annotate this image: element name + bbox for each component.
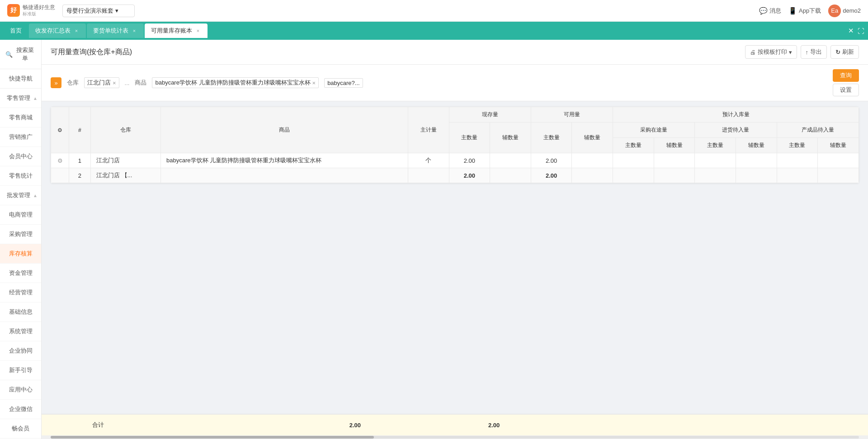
warehouse-filter-label: 仓库	[67, 79, 79, 87]
sidebar-item-operations[interactable]: 经营管理	[0, 283, 41, 302]
row-current-aux	[490, 153, 531, 168]
company-selector[interactable]: 母婴行业演示账套	[62, 5, 135, 17]
main-layout: 搜索菜单 快捷导航 零售管理 ▲ 零售商城 营销推广 会员中心 零售统计 批发管…	[0, 40, 868, 439]
tab-available-stock[interactable]: 可用量库存账本	[145, 24, 208, 38]
expand-icon: »	[54, 80, 57, 86]
row-purchase-main	[613, 168, 654, 183]
filter-expand-button[interactable]: »	[51, 77, 61, 88]
sidebar-item-retail-statistics[interactable]: 零售统计	[0, 166, 41, 186]
summary-label: 合计	[87, 418, 141, 432]
summary-empty-product	[141, 418, 277, 432]
refresh-icon	[835, 49, 840, 56]
row-index: 1	[69, 153, 91, 168]
table-row: ⚙ 1 江北门店 babycare学饮杯 儿童防摔防撞吸管杯重力球吸嘴杯宝宝水杯…	[51, 153, 859, 168]
print-button[interactable]: 按模板打印	[745, 45, 797, 59]
logo-text: 畅捷通好生意	[23, 4, 55, 10]
product-tag-close[interactable]	[312, 80, 316, 86]
filter-more-icon[interactable]: ...	[125, 80, 130, 86]
quick-nav-button[interactable]: 快捷导航	[4, 72, 38, 85]
search-icon	[5, 51, 13, 58]
current-stock-header: 现存量	[449, 107, 531, 123]
sidebar-item-app-center[interactable]: 应用中心	[0, 380, 41, 400]
available-header: 可用量	[531, 107, 613, 123]
summary-bar: 合计 2.00 2.00	[42, 414, 868, 435]
product-tag-2: babycare?...	[324, 78, 363, 88]
current-aux-header: 辅数量	[490, 123, 531, 153]
serial-header: #	[69, 107, 91, 153]
search-menu-button[interactable]: 搜索菜单	[4, 44, 38, 64]
sidebar-item-enterprise-collab[interactable]: 企业协同	[0, 341, 41, 361]
fullscreen-icon[interactable]: ⛶	[858, 27, 864, 35]
tab-label: 收发存汇总表	[35, 27, 71, 35]
msg-label: 消息	[769, 7, 781, 15]
nav-tabs: 首页 收发存汇总表 要货单统计表 可用量库存账本 ✕ ⛶	[0, 22, 868, 40]
row-current-main: 2.00	[449, 153, 490, 168]
available-aux-header: 辅数量	[572, 123, 613, 153]
tab-close-icon[interactable]	[73, 28, 80, 34]
query-button[interactable]: 查询	[833, 69, 859, 82]
sidebar-item-wholesale[interactable]: 批发管理 ▲	[0, 186, 41, 205]
content-area: 可用量查询(按仓库+商品) 按模板打印 导出 刷新 »	[42, 40, 868, 439]
row-purchase-aux	[654, 168, 695, 183]
tab-order-statistics[interactable]: 要货单统计表	[87, 24, 144, 38]
product-tag: babycare学饮杯 儿童防摔防撞吸管杯重力球吸嘴杯宝宝水杯	[152, 77, 319, 88]
expand-icon: ▲	[33, 193, 38, 198]
tab-close-icon[interactable]	[195, 28, 201, 34]
sidebar-item-ecommerce[interactable]: 电商管理	[0, 205, 41, 225]
message-icon	[759, 7, 768, 15]
warehouse-value: 江北门店	[87, 79, 111, 87]
row-purchase-aux	[654, 153, 695, 168]
purchase-transit-header: 采购在途量	[613, 123, 695, 138]
sidebar-item-system[interactable]: 系统管理	[0, 322, 41, 341]
sidebar-item-member-center[interactable]: 会员中心	[0, 147, 41, 166]
user-menu[interactable]: Ea demo2	[828, 5, 861, 17]
incoming-aux-header: 辅数量	[736, 138, 777, 153]
warehouse-header: 仓库	[90, 107, 160, 153]
setting-button[interactable]: 设置	[833, 84, 859, 96]
row-current-aux	[490, 168, 531, 183]
company-name: 母婴行业演示账套	[66, 7, 113, 15]
summary-col	[722, 418, 768, 432]
row-available-main: 2.00	[531, 153, 572, 168]
page-title: 可用量查询(按仓库+商品)	[51, 47, 132, 57]
msg-button[interactable]: 消息	[759, 7, 781, 15]
row-incoming-main	[695, 153, 736, 168]
row-incoming-aux	[736, 168, 777, 183]
sidebar-item-newcomer[interactable]: 新手引导	[0, 361, 41, 380]
sidebar-item-inventory[interactable]: 库存核算	[0, 244, 41, 264]
tab-close-icon[interactable]	[131, 28, 137, 34]
unit-header: 主计量	[408, 107, 449, 153]
sidebar-item-retail-mall[interactable]: 零售商城	[0, 108, 41, 127]
product-filter-label: 商品	[135, 79, 146, 87]
close-window-icon[interactable]: ✕	[848, 27, 854, 35]
refresh-button[interactable]: 刷新	[830, 45, 859, 59]
sidebar-item-member[interactable]: 畅会员	[0, 419, 41, 439]
production-main-header: 主数量	[777, 138, 818, 153]
table-container: ⚙ # 仓库 商品 主计量 现存量 可用量 预计入库量 主数量 辅数量	[51, 107, 859, 183]
app-label: App下载	[799, 7, 821, 15]
app-icon	[788, 7, 797, 15]
row-incoming-aux	[736, 153, 777, 168]
row-production-main	[777, 153, 818, 168]
warehouse-tag-close[interactable]	[113, 80, 116, 86]
user-name: demo2	[843, 7, 861, 14]
page-actions: 按模板打印 导出 刷新	[745, 45, 859, 59]
logo-subtitle: 标准版	[23, 11, 55, 17]
row-settings-icon[interactable]: ⚙	[57, 157, 63, 164]
export-button[interactable]: 导出	[801, 45, 827, 59]
app-download-button[interactable]: App下载	[788, 7, 821, 15]
sidebar-item-retail-management[interactable]: 零售管理 ▲	[0, 89, 41, 108]
sidebar-item-purchasing[interactable]: 采购管理	[0, 225, 41, 244]
export-icon	[806, 49, 809, 56]
sidebar-item-enterprise-wechat[interactable]: 企业微信	[0, 400, 41, 419]
horizontal-scrollbar[interactable]	[42, 435, 868, 439]
production-aux-header: 辅数量	[818, 138, 859, 153]
scrollbar-thumb[interactable]	[51, 436, 374, 439]
sidebar-item-basic-info[interactable]: 基础信息	[0, 302, 41, 322]
summary-col	[632, 418, 677, 432]
sidebar-item-marketing[interactable]: 营销推广	[0, 127, 41, 147]
sidebar-item-finance[interactable]: 资金管理	[0, 264, 41, 283]
tab-label: 可用量库存账本	[151, 27, 192, 35]
tab-collection-summary[interactable]: 收发存汇总表	[29, 24, 86, 38]
tab-home[interactable]: 首页	[4, 27, 28, 35]
